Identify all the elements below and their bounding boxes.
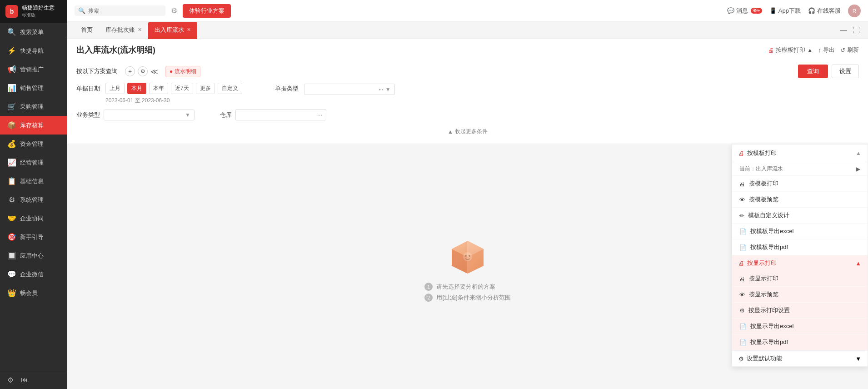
empty-step-1: 1 请先选择要分析的方案 xyxy=(424,283,510,291)
app-download-btn[interactable]: 📱 App下载 xyxy=(769,7,801,15)
settings-bottom-icon[interactable]: ⚙ xyxy=(7,376,14,384)
sidebar-item-sales[interactable]: 📊 销售管理 xyxy=(0,79,67,97)
step-1-text: 请先选择要分析的方案 xyxy=(436,283,495,291)
voucher-type-select[interactable]: ··· ▼ xyxy=(304,84,395,95)
dropdown-footer[interactable]: ⚙ 设置默认功能 ▼ xyxy=(732,350,868,366)
export-button[interactable]: ↑ 导出 xyxy=(818,46,835,54)
print-template-button[interactable]: 🖨 按模板打印 ▲ xyxy=(768,46,813,54)
finance-icon: 💰 xyxy=(7,140,16,148)
filter-tag-flow[interactable]: ● 流水明细 xyxy=(165,66,200,77)
display-print-settings-label: 按显示打印设置 xyxy=(748,306,790,314)
sidebar-item-label: 应用中心 xyxy=(20,252,44,260)
sidebar-item-system[interactable]: ⚙ 系统管理 xyxy=(0,190,67,209)
filter-setting-button[interactable]: ⚙ xyxy=(138,66,148,76)
printer-icon: 🖨 xyxy=(768,47,774,54)
enterprise-icon: 🤝 xyxy=(7,214,16,223)
refresh-icon: ↺ xyxy=(840,47,845,54)
tab-bar: 首页 库存批次账 ✕ 出入库流水 ✕ — ⛶ xyxy=(67,22,868,39)
system-icon: ⚙ xyxy=(7,195,16,204)
date-btn-this-year[interactable]: 本年 xyxy=(149,83,168,94)
display-export-pdf-icon: 📄 xyxy=(739,339,747,346)
query-button[interactable]: 查询 xyxy=(798,65,828,78)
date-btn-7days[interactable]: 近7天 xyxy=(171,83,193,94)
page-header: 出入库流水(流水明细) 🖨 按模板打印 ▲ ↑ 导出 ↺ 刷新 xyxy=(67,39,868,59)
dropdown-section-display[interactable]: 🖨 按显示打印 ▲ xyxy=(732,255,868,271)
sidebar-item-marketing[interactable]: 📢 营销推广 xyxy=(0,60,67,79)
warehouse-input[interactable]: ··· xyxy=(235,109,326,120)
business-type-select[interactable]: ▼ xyxy=(104,110,195,120)
dropdown-item-template-print[interactable]: 🖨 按模板打印 xyxy=(732,176,868,192)
topbar-search[interactable]: 🔍 xyxy=(75,5,165,16)
dropdown-item-display-export-excel[interactable]: 📄 按显示导出excel xyxy=(732,319,868,334)
tab-home[interactable]: 首页 xyxy=(75,22,99,39)
sidebar-item-label: 采购管理 xyxy=(20,103,44,111)
sidebar-item-guide[interactable]: 🎯 新手引导 xyxy=(0,228,67,246)
filter-add-button[interactable]: + xyxy=(125,66,135,76)
tab-maximize-button[interactable]: ⛶ xyxy=(852,25,861,35)
refresh-button[interactable]: ↺ 刷新 xyxy=(840,46,859,54)
sidebar-item-search[interactable]: 🔍 搜索菜单 xyxy=(0,23,67,41)
collapse-sidebar-icon[interactable]: ⏮ xyxy=(21,376,28,384)
sidebar-item-vip[interactable]: 👑 畅会员 xyxy=(0,284,67,302)
sidebar-item-app-center[interactable]: 🔲 应用中心 xyxy=(0,246,67,265)
dropdown-item-display-print-settings[interactable]: ⚙ 按显示打印设置 xyxy=(732,303,868,319)
display-section-label: 按显示打印 xyxy=(747,259,777,267)
setting-button[interactable]: 设置 xyxy=(832,65,859,78)
sidebar-item-finance[interactable]: 💰 资金管理 xyxy=(0,135,67,153)
sidebar-item-basic[interactable]: 📋 基础信息 xyxy=(0,172,67,190)
logo-badge: 标准版 xyxy=(22,12,55,18)
marketing-icon: 📢 xyxy=(7,65,16,74)
date-btn-this-month[interactable]: 本月 xyxy=(127,83,146,94)
dropdown-current[interactable]: 当前：出入库流水 ▶ xyxy=(732,162,868,176)
dropdown-item-template-export-pdf[interactable]: 📄 按模板导出pdf xyxy=(732,239,868,255)
wechat-icon: 💬 xyxy=(7,270,16,279)
dropdown-item-display-export-pdf[interactable]: 📄 按显示导出pdf xyxy=(732,334,868,350)
search-input[interactable] xyxy=(88,8,152,14)
filter-label: 按以下方案查询 xyxy=(76,67,118,75)
dropdown-header[interactable]: 🖨 按模板打印 ▲ xyxy=(732,145,868,162)
main-area: 🔍 ⚙ 体验行业方案 💬 消息 99+ 📱 App下载 🎧 在线客服 R xyxy=(67,0,868,389)
date-btn-more[interactable]: 更多 xyxy=(196,83,215,94)
user-avatar[interactable]: R xyxy=(848,5,861,17)
voucher-type-more-icon: ··· xyxy=(379,86,384,93)
date-btn-last-month[interactable]: 上月 xyxy=(105,83,125,94)
message-btn[interactable]: 💬 消息 99+ xyxy=(727,7,762,15)
dropdown-item-template-export-excel[interactable]: 📄 按模板导出excel xyxy=(732,224,868,239)
topbar-gear-icon[interactable]: ⚙ xyxy=(171,6,177,15)
dropdown-header-up-arrow-icon: ▲ xyxy=(856,150,861,156)
batch-account-tab-close-icon[interactable]: ✕ xyxy=(138,27,142,33)
app-center-icon: 🔲 xyxy=(7,251,16,260)
online-service-btn[interactable]: 🎧 在线客服 xyxy=(808,7,841,15)
dropdown-item-display-print[interactable]: 🖨 按显示打印 xyxy=(732,271,868,287)
dropdown-footer-left: ⚙ 设置默认功能 xyxy=(738,354,782,363)
tab-minimize-button[interactable]: — xyxy=(839,25,848,35)
date-btn-custom[interactable]: 自定义 xyxy=(218,83,242,94)
dropdown-item-template-preview[interactable]: 👁 按模板预览 xyxy=(732,192,868,208)
voucher-type-label: 单据类型 xyxy=(275,85,299,93)
sidebar-item-label: 库存核算 xyxy=(20,121,44,130)
sidebar-item-quick-nav[interactable]: ⚡ 快捷导航 xyxy=(0,41,67,60)
dropdown-item-template-customize[interactable]: ✏ 模板自定义设计 xyxy=(732,208,868,224)
logo-text-block: 畅捷通好生意 标准版 xyxy=(22,5,55,18)
dropdown-item-display-preview[interactable]: 👁 按显示预览 xyxy=(732,287,868,303)
trial-button[interactable]: 体验行业方案 xyxy=(183,4,231,18)
dropdown-current-label: 当前：出入库流水 xyxy=(739,165,783,173)
sidebar-item-label: 快捷导航 xyxy=(20,47,44,55)
collapse-more-btn[interactable]: ▲ 收起更多条件 xyxy=(76,125,859,138)
empty-state-icon xyxy=(445,232,490,277)
filter-collapse-icon[interactable]: ≪ xyxy=(150,67,158,76)
search-topbar-icon: 🔍 xyxy=(78,7,85,14)
sidebar-item-inventory[interactable]: 📦 库存核算 xyxy=(0,116,67,135)
sidebar-item-wechat[interactable]: 💬 企业微信 xyxy=(0,265,67,284)
sidebar-item-label: 资金管理 xyxy=(20,140,44,148)
flow-tab-close-icon[interactable]: ✕ xyxy=(187,27,191,33)
sidebar-item-purchase[interactable]: 🛒 采购管理 xyxy=(0,97,67,116)
tab-flow[interactable]: 出入库流水 ✕ xyxy=(148,22,197,39)
tab-batch-account[interactable]: 库存批次账 ✕ xyxy=(99,22,148,39)
sidebar-item-enterprise[interactable]: 🤝 企业协同 xyxy=(0,209,67,228)
empty-steps: 1 请先选择要分析的方案 2 用[过滤]条件来缩小分析范围 xyxy=(424,283,510,302)
sidebar-item-operations[interactable]: 📈 经营管理 xyxy=(0,153,67,172)
display-export-excel-label: 按显示导出excel xyxy=(750,322,793,330)
business-type-label: 业务类型 xyxy=(76,111,100,119)
voucher-type-arrow-icon: ▼ xyxy=(385,86,391,93)
